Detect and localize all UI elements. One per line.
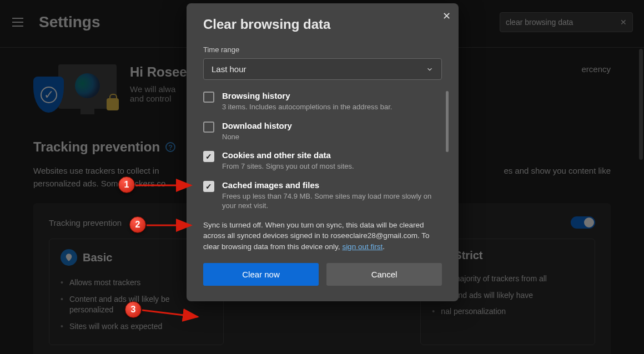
option-title: Browsing history — [222, 91, 392, 100]
option-title: Cached images and files — [222, 180, 442, 190]
clear-now-button[interactable]: Clear now — [203, 263, 319, 286]
option-cached[interactable]: Cached images and files Frees up less th… — [203, 180, 442, 211]
checkbox-download-history[interactable] — [203, 122, 214, 133]
option-sub: Frees up less than 74.9 MB. Some sites m… — [222, 191, 442, 211]
time-range-select[interactable]: Last hour — [203, 58, 442, 80]
close-icon[interactable]: ✕ — [442, 10, 451, 22]
sync-info-text: Sync is turned off. When you turn on syn… — [203, 220, 442, 252]
option-sub: From 7 sites. Signs you out of most site… — [222, 161, 354, 171]
cancel-button[interactable]: Cancel — [326, 263, 442, 286]
checkbox-browsing-history[interactable] — [203, 92, 214, 103]
dialog-title: Clear browsing data — [203, 17, 442, 32]
option-cookies[interactable]: Cookies and other site data From 7 sites… — [203, 150, 442, 171]
clear-data-options: Browsing history 3 items. Includes autoc… — [203, 91, 442, 211]
checkbox-cookies[interactable] — [203, 151, 214, 162]
annotation-marker-2: 2 — [129, 216, 146, 233]
option-title: Cookies and other site data — [222, 150, 354, 160]
option-sub: 3 items. Includes autocompletions in the… — [222, 102, 392, 112]
annotation-marker-1: 1 — [118, 176, 135, 193]
checkbox-cached[interactable] — [203, 181, 214, 192]
option-download-history[interactable]: Download history None — [203, 121, 442, 142]
clear-browsing-data-dialog: ✕ Clear browsing data Time range Last ho… — [187, 3, 459, 301]
option-browsing-history[interactable]: Browsing history 3 items. Includes autoc… — [203, 91, 442, 112]
annotation-marker-3: 3 — [125, 301, 142, 318]
option-sub: None — [222, 132, 292, 142]
time-range-value: Last hour — [212, 64, 246, 74]
option-title: Download history — [222, 121, 292, 130]
sign-out-link[interactable]: sign out first — [342, 242, 383, 251]
chevron-down-icon — [426, 65, 434, 73]
dialog-scrollbar[interactable] — [446, 91, 449, 152]
time-range-label: Time range — [203, 45, 442, 54]
